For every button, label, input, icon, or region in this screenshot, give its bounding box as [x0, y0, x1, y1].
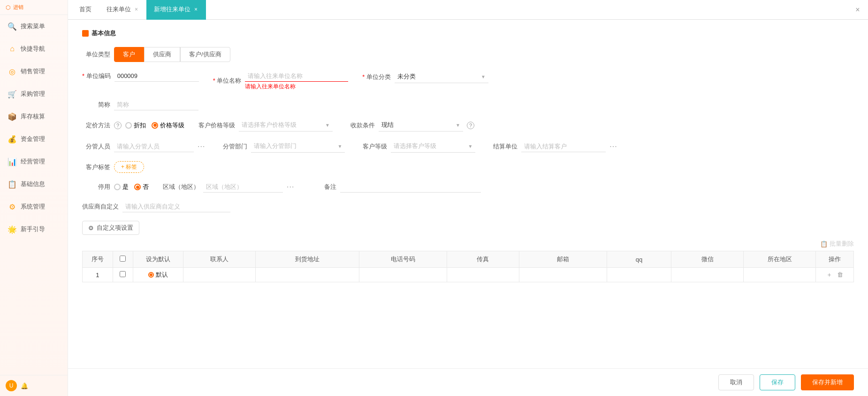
- supervisor-field: 分管人员 ···: [82, 141, 205, 152]
- payment-terms-dropdown[interactable]: 现结 ▼: [379, 119, 463, 132]
- inventory-icon: 📦: [8, 112, 17, 121]
- settlement-unit-input[interactable]: [521, 141, 606, 152]
- customer-price-dropdown[interactable]: 请选择客户价格等级 ▼: [239, 119, 333, 132]
- contact-input[interactable]: [201, 272, 238, 279]
- sidebar-item-purchase[interactable]: 🛒 采购管理: [0, 83, 68, 105]
- payment-help-icon[interactable]: ?: [467, 122, 474, 129]
- pricing-method-field: 定价方法 ? 折扣 价格等级: [82, 121, 184, 130]
- sidebar-item-guide[interactable]: 🌟 新手引导: [0, 218, 68, 241]
- col-address: 到货地址: [256, 251, 359, 268]
- row-delete-icon[interactable]: 🗑: [837, 271, 843, 278]
- pricing-help-icon[interactable]: ?: [114, 122, 122, 129]
- fax-input[interactable]: [464, 272, 502, 279]
- pricing-discount-radio[interactable]: 折扣: [125, 121, 146, 130]
- batch-delete-icon: 📋: [820, 241, 828, 248]
- row-select-checkbox[interactable]: [120, 271, 126, 277]
- short-name-field: 简称: [82, 99, 198, 110]
- pricing-radio-group: 折扣 价格等级: [125, 121, 184, 130]
- yes-radio-circle: [114, 184, 121, 190]
- sidebar-item-inventory[interactable]: 📦 库存核算: [0, 105, 68, 128]
- sidebar-item-quicknav[interactable]: ⌂ 快捷导航: [0, 38, 68, 60]
- sidebar: ⬡ 进销 🔍 搜索菜单 ⌂ 快捷导航 ◎ 销售管理 🛒 采购管理 📦 库存核算 …: [0, 0, 68, 396]
- wechat-input[interactable]: [689, 272, 726, 279]
- btn-both[interactable]: 客户/供应商: [180, 47, 230, 62]
- row-add-icon[interactable]: ＋: [826, 271, 832, 278]
- search-menu-icon: 🔍: [8, 22, 17, 31]
- supervisor-more-icon[interactable]: ···: [198, 142, 205, 151]
- select-all-checkbox[interactable]: [120, 256, 126, 262]
- supervisor-input[interactable]: [114, 141, 194, 152]
- tab-new-partner-close-icon[interactable]: ×: [193, 6, 198, 13]
- disable-no-radio[interactable]: 否: [134, 183, 149, 191]
- tab-home[interactable]: 首页: [72, 0, 99, 20]
- col-region: 所在地区: [744, 251, 816, 268]
- col-checkbox: [113, 251, 133, 268]
- unit-name-field: 单位名称 请输入往来单位名称: [213, 70, 349, 91]
- notification-icon[interactable]: 🔔: [21, 382, 28, 389]
- unit-name-input[interactable]: [245, 70, 348, 82]
- sidebar-item-finance[interactable]: 💰 资金管理: [0, 128, 68, 150]
- tab-new-partner[interactable]: 新增往来单位 ×: [146, 0, 206, 20]
- email-input[interactable]: [540, 272, 586, 279]
- sidebar-item-basic[interactable]: 📋 基础信息: [0, 173, 68, 195]
- qq-input[interactable]: [623, 272, 655, 279]
- loc-region-input[interactable]: [761, 272, 799, 279]
- unit-code-input[interactable]: [114, 70, 199, 82]
- address-input[interactable]: [279, 272, 335, 279]
- btn-customer[interactable]: 客户: [114, 47, 144, 62]
- settlement-more-icon[interactable]: ···: [609, 142, 617, 151]
- sidebar-item-sales[interactable]: ◎ 销售管理: [0, 60, 68, 83]
- customer-level-arrow: ▼: [468, 144, 472, 149]
- row-address: [256, 268, 359, 282]
- pricing-grade-radio[interactable]: 价格等级: [152, 121, 184, 130]
- unit-type-btn-group: 客户 供应商 客户/供应商: [114, 47, 230, 62]
- row-contact: [183, 268, 256, 282]
- btn-supplier[interactable]: 供应商: [144, 47, 180, 62]
- sidebar-item-system[interactable]: ⚙ 系统管理: [0, 195, 68, 218]
- tab-partner-close-icon[interactable]: ×: [134, 6, 139, 13]
- supplier-custom-input[interactable]: [122, 201, 230, 212]
- form-area: 基本信息 单位类型 客户 供应商 客户/供应商 单位编码 单位名称: [68, 20, 868, 368]
- code-name-category-row: 单位编码 单位名称 请输入往来单位名称 单位分类 未分类 ▼: [82, 70, 854, 91]
- region-input[interactable]: [203, 181, 283, 193]
- unit-category-dropdown[interactable]: 未分类 ▼: [395, 70, 488, 83]
- batch-delete-label[interactable]: 批量删除: [830, 240, 854, 248]
- customer-tag-row: 客户标签 + 标签: [82, 161, 854, 173]
- sidebar-item-search[interactable]: 🔍 搜索菜单: [0, 15, 68, 38]
- disable-yes-radio[interactable]: 是: [114, 183, 129, 191]
- guide-icon: 🌟: [8, 225, 17, 234]
- tab-bar: 首页 往来单位 × 新增往来单位 × ×: [68, 0, 868, 20]
- save-button[interactable]: 保存: [760, 374, 795, 390]
- section-icon: [82, 30, 89, 37]
- add-tag-button[interactable]: + 标签: [114, 161, 144, 173]
- phone-input[interactable]: [380, 272, 426, 279]
- window-close-button[interactable]: ×: [851, 3, 864, 16]
- tab-partner[interactable]: 往来单位 ×: [99, 0, 146, 20]
- sidebar-item-operations[interactable]: 📊 经营管理: [0, 150, 68, 173]
- col-contact: 联系人: [183, 251, 256, 268]
- row-wechat: [671, 268, 744, 282]
- category-dropdown-arrow: ▼: [481, 74, 486, 79]
- purchase-icon: 🛒: [8, 89, 17, 99]
- section-basic-info-title: 基本信息: [82, 29, 854, 38]
- remark-input[interactable]: [340, 181, 481, 193]
- save-add-button[interactable]: 保存并新增: [801, 374, 854, 390]
- custom-settings-button[interactable]: ⚙ 自定义项设置: [82, 221, 139, 235]
- default-radio[interactable]: [148, 272, 154, 278]
- basic-icon: 📋: [8, 179, 17, 189]
- settings-gear-icon: ⚙: [88, 225, 94, 232]
- sidebar-bottom: U 🔔: [0, 375, 68, 396]
- supplier-custom-row: 供应商自定义: [82, 201, 854, 212]
- region-more-icon[interactable]: ···: [287, 183, 294, 191]
- cancel-button[interactable]: 取消: [718, 374, 754, 390]
- user-avatar-icon: U: [6, 380, 17, 391]
- department-dropdown[interactable]: 请输入分管部门 ▼: [251, 140, 345, 153]
- payment-arrow: ▼: [456, 123, 460, 128]
- system-icon: ⚙: [8, 202, 17, 211]
- customer-level-dropdown[interactable]: 请选择客户等级 ▼: [391, 140, 475, 153]
- table-row: 1 默认: [83, 268, 854, 282]
- sales-icon: ◎: [8, 67, 17, 76]
- customer-tag-field: 客户标签 + 标签: [82, 161, 144, 173]
- short-name-input[interactable]: [114, 99, 198, 110]
- payment-terms-field: 收款条件 现结 ▼ ?: [347, 119, 474, 132]
